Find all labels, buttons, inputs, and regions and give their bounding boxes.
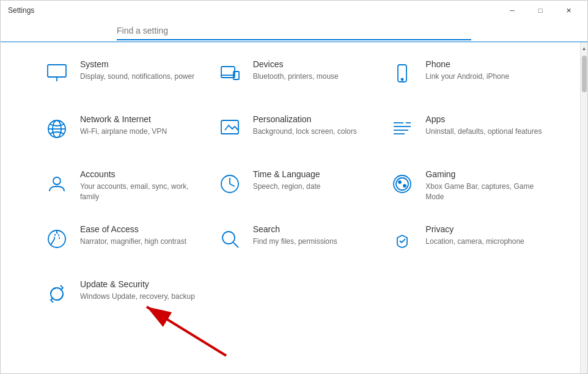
settings-text-update: Update & Security Windows Update, recove… [80,279,195,302]
settings-title-time: Time & Language [253,169,321,179]
maximize-button[interactable]: □ [526,1,554,20]
settings-text-system: System Display, sound, notifications, po… [80,59,194,82]
svg-rect-0 [48,65,66,77]
settings-desc-apps: Uninstall, defaults, optional features [425,127,542,137]
settings-title-ease: Ease of Access [80,224,186,234]
settings-item-apps[interactable]: Apps Uninstall, defaults, optional featu… [383,103,556,158]
settings-item-gaming[interactable]: Gaming Xbox Game Bar, captures, Game Mod… [383,158,556,213]
devices-icon [215,59,244,89]
settings-text-apps: Apps Uninstall, defaults, optional featu… [425,114,542,137]
scrollbar[interactable]: ▲ [580,42,587,373]
apps-icon [388,114,417,144]
settings-title-search: Search [253,224,337,234]
window-title: Settings [8,6,34,15]
content-area: System Display, sound, notifications, po… [1,42,587,373]
settings-desc-privacy: Location, camera, microphone [425,237,524,247]
settings-title-apps: Apps [425,114,542,124]
settings-text-privacy: Privacy Location, camera, microphone [425,224,524,247]
settings-desc-accounts: Your accounts, email, sync, work, family [80,182,200,202]
settings-text-search: Search Find my files, permissions [253,224,337,247]
update-icon [42,279,72,309]
settings-desc-time: Speech, region, date [253,182,321,192]
settings-title-privacy: Privacy [425,224,524,234]
settings-item-time[interactable]: Time & Language Speech, region, date [210,158,383,213]
svg-point-25 [403,185,406,187]
settings-item-search[interactable]: Search Find my files, permissions [210,213,383,268]
accounts-icon [42,169,72,199]
search-bar-area [1,20,587,42]
settings-title-gaming: Gaming [425,169,546,179]
settings-desc-update: Windows Update, recovery, backup [80,292,195,302]
settings-text-time: Time & Language Speech, region, date [253,169,321,192]
settings-desc-gaming: Xbox Game Bar, captures, Game Mode [425,182,546,202]
close-button[interactable]: ✕ [554,1,582,20]
settings-desc-personalization: Background, lock screen, colors [253,127,357,137]
svg-line-30 [233,243,238,248]
svg-line-27 [51,239,54,245]
minimize-button[interactable]: ─ [498,1,526,20]
svg-rect-3 [221,67,235,78]
settings-title-phone: Phone [425,59,509,69]
network-icon [42,114,72,144]
settings-desc-network: Wi-Fi, airplane mode, VPN [80,127,167,137]
settings-item-ease[interactable]: Ease of Access Narrator, magnifier, high… [37,213,210,268]
search-input[interactable] [117,22,471,40]
settings-text-gaming: Gaming Xbox Game Bar, captures, Game Mod… [425,169,546,202]
phone-icon [388,59,417,89]
svg-point-24 [399,181,401,183]
settings-title-personalization: Personalization [253,114,357,124]
monitor-icon [42,59,72,89]
settings-desc-search: Find my files, permissions [253,237,337,247]
svg-line-21 [230,184,235,186]
privacy-icon [388,224,417,254]
settings-grid-container: System Display, sound, notifications, po… [1,42,580,373]
settings-title-system: System [80,59,194,69]
settings-item-privacy[interactable]: Privacy Location, camera, microphone [383,213,556,268]
settings-item-phone[interactable]: Phone Link your Android, iPhone [383,48,556,103]
settings-desc-phone: Link your Android, iPhone [425,72,509,82]
settings-text-network: Network & Internet Wi-Fi, airplane mode,… [80,114,167,137]
search-icon [215,224,244,254]
settings-item-system[interactable]: System Display, sound, notifications, po… [37,48,210,103]
settings-grid: System Display, sound, notifications, po… [37,48,556,323]
gaming-icon [388,169,417,199]
window-controls: ─ □ ✕ [498,1,582,20]
svg-point-23 [396,178,408,190]
settings-desc-system: Display, sound, notifications, power [80,72,194,82]
scrollbar-thumb[interactable] [582,56,587,92]
settings-text-accounts: Accounts Your accounts, email, sync, wor… [80,169,200,202]
settings-text-devices: Devices Bluetooth, printers, mouse [253,59,339,82]
svg-line-32 [402,239,405,243]
settings-text-phone: Phone Link your Android, iPhone [425,59,509,82]
settings-item-personalization[interactable]: Personalization Background, lock screen,… [210,103,383,158]
svg-point-18 [53,177,61,185]
settings-title-accounts: Accounts [80,169,200,179]
title-bar: Settings ─ □ ✕ [1,1,587,20]
settings-title-devices: Devices [253,59,339,69]
time-icon [215,169,244,199]
ease-icon [42,224,72,254]
settings-desc-ease: Narrator, magnifier, high contrast [80,237,186,247]
settings-text-ease: Ease of Access Narrator, magnifier, high… [80,224,186,247]
settings-title-update: Update & Security [80,279,195,289]
settings-item-update[interactable]: Update & Security Windows Update, recove… [37,268,210,323]
settings-title-network: Network & Internet [80,114,167,124]
settings-item-devices[interactable]: Devices Bluetooth, printers, mouse [210,48,383,103]
settings-desc-devices: Bluetooth, printers, mouse [253,72,339,82]
settings-item-accounts[interactable]: Accounts Your accounts, email, sync, wor… [37,158,210,213]
svg-point-7 [402,79,403,81]
scroll-up-arrow[interactable]: ▲ [581,43,588,53]
personalization-icon [215,114,244,144]
settings-item-network[interactable]: Network & Internet Wi-Fi, airplane mode,… [37,103,210,158]
svg-point-29 [222,232,235,244]
settings-text-personalization: Personalization Background, lock screen,… [253,114,357,137]
